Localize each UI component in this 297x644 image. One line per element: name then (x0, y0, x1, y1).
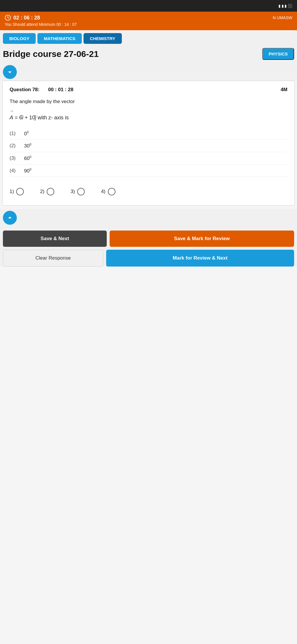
vector-equation: = 6î + 10ĵ with z- axis is (15, 115, 69, 120)
chevron-down-icon (6, 69, 13, 75)
scroll-up-area (0, 209, 297, 228)
option-num-4: (4) (10, 168, 24, 174)
clear-response-button[interactable]: Clear Response (3, 250, 103, 267)
radio-label-1: 1) (10, 189, 14, 195)
radio-circle-4[interactable] (108, 188, 115, 195)
question-marks: 4M (280, 87, 287, 93)
question-text-line1: The angle made by the vector (10, 98, 287, 105)
options-list: (1) 00 (2) 300 (3) 600 (4) 900 (10, 127, 287, 177)
action-row-2: Clear Response Mark for Review & Next (3, 250, 294, 267)
question-number: Question 78: (10, 87, 39, 93)
radio-option-3[interactable]: 3) (70, 188, 85, 195)
radio-option-4[interactable]: 4) (101, 188, 115, 195)
radio-label-2: 2) (40, 189, 44, 195)
radio-label-4: 4) (101, 189, 105, 195)
option-num-2: (2) (10, 143, 24, 149)
scroll-down-button[interactable] (3, 65, 17, 79)
radio-circle-3[interactable] (77, 188, 85, 195)
tab-chemistry[interactable]: CHEMISTRY (84, 33, 122, 44)
action-buttons: Save & Next Save & Mark for Review Clear… (0, 228, 297, 267)
header: 02 : 06 : 28 N UMASW You Should attend M… (0, 12, 297, 30)
radio-option-2[interactable]: 2) (40, 188, 54, 195)
option-row-4: (4) 900 (10, 165, 287, 177)
option-num-1: (1) (10, 131, 24, 136)
option-row-3: (3) 600 (10, 152, 287, 165)
option-val-4: 900 (24, 168, 31, 174)
status-icons: ▮ ▮ ▮ ⬛ (278, 4, 292, 8)
mark-review-next-button[interactable]: Mark for Review & Next (106, 250, 294, 267)
radio-circle-1[interactable] (16, 188, 24, 195)
tab-mathematics[interactable]: MATHEMATICS (37, 33, 82, 44)
radio-label-3: 3) (70, 189, 75, 195)
action-row-1: Save & Next Save & Mark for Review (3, 231, 294, 247)
question-meta: Question 78: 00 : 01 : 28 4M (10, 87, 287, 93)
tab-biology[interactable]: BIOLOGY (3, 33, 36, 44)
header-timer: 02 : 06 : 28 (5, 15, 40, 21)
clock-icon (5, 15, 11, 21)
vector-symbol: → A (10, 108, 13, 122)
question-card: Question 78: 00 : 01 : 28 4M The angle m… (2, 81, 295, 206)
scroll-up-button[interactable] (3, 211, 17, 225)
chevron-up-icon (6, 214, 13, 221)
option-val-1: 00 (24, 130, 29, 137)
tab-physics[interactable]: PHYSICS (262, 48, 294, 60)
radio-circle-2[interactable] (47, 188, 54, 195)
question-countdown: 00 : 01 : 28 (48, 87, 73, 93)
radio-option-1[interactable]: 1) (10, 188, 24, 195)
subject-tabs: BIOLOGY MATHEMATICS CHEMISTRY (0, 30, 297, 44)
scroll-down-area (0, 62, 297, 81)
option-val-3: 600 (24, 155, 31, 161)
option-val-2: 300 (24, 143, 31, 149)
save-mark-review-button[interactable]: Save & Mark for Review (110, 231, 294, 247)
option-row-1: (1) 00 (10, 127, 287, 140)
question-text-line2: → A = 6î + 10ĵ with z- axis is (10, 108, 287, 122)
header-top: 02 : 06 : 28 N UMASW (5, 15, 292, 21)
radio-options-row: 1) 2) 3) 4) (10, 183, 287, 198)
user-name: N UMASW (273, 15, 292, 20)
save-next-button[interactable]: Save & Next (3, 231, 107, 247)
course-title: Bridge course 27-06-21 (3, 49, 258, 59)
option-row-2: (2) 300 (10, 140, 287, 152)
minimum-time: You Should attend Minimum 00 : 14 : 07 (5, 22, 292, 27)
timer-value: 02 : 06 : 28 (13, 15, 40, 21)
status-bar: ▮ ▮ ▮ ⬛ (0, 0, 297, 12)
option-num-3: (3) (10, 155, 24, 161)
course-header: Bridge course 27-06-21 PHYSICS (0, 44, 297, 62)
